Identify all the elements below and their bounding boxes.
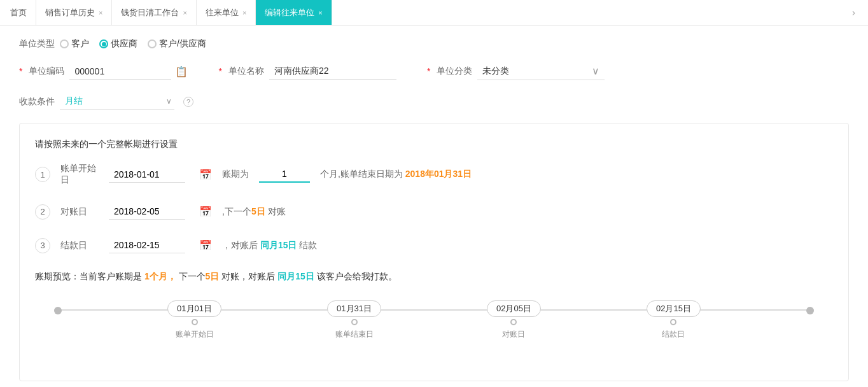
unit-code-icon[interactable]: 📋	[175, 66, 188, 78]
unit-name-input[interactable]	[269, 64, 396, 80]
radio-both-label: 客户/供应商	[159, 38, 206, 50]
period-field-label-3: 结款日	[60, 240, 99, 251]
period-end-date-highlight: 2018年01月31日	[405, 169, 472, 179]
period-card: 请按照未来的一个完整帐期进行设置 1 账单开始日 📅 账期为 个月,账单结束日期…	[19, 123, 849, 381]
tl-label-2: 账单结束日	[335, 329, 374, 340]
tl-node-4: 02月15日 结款日	[647, 300, 701, 340]
tl-badge-4: 02月15日	[647, 300, 701, 317]
payment-select-arrow: ∨	[166, 97, 172, 106]
tab-sales-history-label: 销售订单历史	[45, 7, 95, 18]
period-num-2: 2	[35, 204, 50, 220]
unit-name-label: 单位名称	[228, 66, 264, 77]
tab-sales-history[interactable]: 销售订单历史 ×	[36, 0, 112, 25]
tl-node-1: 01月01日 账单开始日	[167, 300, 221, 340]
unit-code-input[interactable]	[69, 64, 171, 80]
unit-type-radio-group: 客户 供应商 客户/供应商	[60, 38, 206, 50]
period-num-3: 3	[35, 238, 50, 253]
period-month-input[interactable]	[259, 166, 310, 183]
tl-right-dot	[806, 300, 814, 340]
period-settlement-calendar-icon[interactable]: 📅	[199, 239, 212, 251]
tab-contacts-label: 往来单位	[206, 7, 239, 18]
unit-name-wrapper	[269, 64, 396, 80]
radio-supplier-label: 供应商	[111, 38, 137, 50]
unit-classify-value: 未分类	[482, 66, 592, 77]
unit-code-required: *	[19, 66, 22, 76]
tl-label-4: 结款日	[662, 329, 685, 340]
tab-cashier-label: 钱货日清工作台	[121, 7, 179, 18]
tab-edit-contact[interactable]: 编辑往来单位 ×	[256, 0, 332, 25]
payment-label: 收款条件	[19, 96, 55, 108]
radio-customer[interactable]: 客户	[60, 38, 89, 50]
period-field-label-1: 账单开始日	[60, 163, 99, 186]
tab-contacts[interactable]: 往来单位 ×	[197, 0, 256, 25]
radio-supplier[interactable]: 供应商	[99, 38, 137, 50]
period-row-1: 1 账单开始日 📅 账期为 个月,账单结束日期为 2018年01月31日	[35, 163, 833, 186]
period-settlement-desc: ，对账后 同月15日 结款	[222, 240, 317, 251]
preview-highlight1: 1个月，	[144, 271, 176, 281]
tl-node-2: 01月31日 账单结束日	[327, 300, 381, 340]
tl-dot-4	[670, 319, 676, 325]
tl-label-3: 对账日	[502, 329, 525, 340]
unit-type-label: 单位类型	[19, 38, 55, 50]
tab-sales-history-close[interactable]: ×	[99, 9, 102, 17]
reconcile-date-highlight: 5日	[251, 206, 265, 216]
preview-text: 账期预览：当前客户账期是 1个月， 下一个5日 对账，对账后 同月15日 该客户…	[35, 271, 833, 283]
tab-home-label: 首页	[10, 7, 27, 18]
timeline-nodes: 01月01日 账单开始日 01月31日 账单结束日 02月05日	[54, 300, 814, 340]
preview-highlight2: 5日	[206, 271, 220, 281]
tl-badge-1: 01月01日	[167, 300, 221, 317]
period-start-calendar-icon[interactable]: 📅	[199, 169, 212, 181]
period-desc-suffix: 个月,账单结束日期为 2018年01月31日	[320, 169, 472, 180]
tl-dot-1	[192, 319, 198, 325]
tab-bar: 首页 销售订单历史 × 钱货日清工作台 × 往来单位 × 编辑往来单位 × ›	[0, 0, 868, 25]
settlement-date-highlight: 同月15日	[260, 240, 297, 250]
tl-left-endpoint	[54, 307, 62, 314]
tl-label-1: 账单开始日	[176, 329, 214, 340]
tab-home[interactable]: 首页	[5, 0, 36, 25]
payment-help-icon[interactable]: ?	[183, 97, 193, 107]
preview-highlight3: 同月15日	[277, 271, 314, 281]
tab-edit-contact-label: 编辑往来单位	[265, 7, 314, 18]
radio-customer-label: 客户	[71, 38, 89, 50]
tab-cashier-close[interactable]: ×	[183, 9, 186, 17]
unit-type-row: 单位类型 客户 供应商 客户/供应商	[19, 38, 849, 50]
unit-classify-label: 单位分类	[437, 66, 472, 77]
period-reconcile-calendar-icon[interactable]: 📅	[199, 206, 212, 218]
unit-code-wrapper: 📋	[69, 64, 188, 80]
period-reconcile-desc: ,下一个5日 对账	[222, 206, 286, 218]
radio-supplier-circle	[99, 39, 108, 48]
unit-info-row: * 单位编码 📋 * 单位名称 * 单位分类 未分类 ∨	[19, 62, 849, 80]
tl-left-dot	[54, 300, 62, 340]
tab-contacts-close[interactable]: ×	[242, 9, 246, 17]
timeline-wrapper: 01月01日 账单开始日 01月31日 账单结束日 02月05日	[35, 295, 833, 365]
payment-select[interactable]: 月结 ∨	[60, 93, 174, 110]
preview-section: 账期预览：当前客户账期是 1个月， 下一个5日 对账，对账后 同月15日 该客户…	[35, 271, 833, 365]
period-card-title: 请按照未来的一个完整帐期进行设置	[35, 139, 833, 150]
period-field-label-2: 对账日	[60, 206, 99, 218]
period-desc-1: 账期为	[222, 169, 249, 180]
period-reconcile-date-input[interactable]	[109, 204, 185, 220]
payment-row: 收款条件 月结 ∨ ?	[19, 93, 849, 110]
tab-more-button[interactable]: ›	[844, 7, 863, 18]
unit-classify-select[interactable]: 未分类 ∨	[477, 62, 605, 80]
tl-right-endpoint	[806, 307, 814, 314]
tab-edit-contact-close[interactable]: ×	[318, 9, 322, 17]
main-content: 单位类型 客户 供应商 客户/供应商 * 单位编码 📋 * 单位名称	[0, 25, 868, 387]
period-num-1: 1	[35, 167, 50, 182]
tl-dot-2	[351, 319, 358, 325]
classify-arrow-icon: ∨	[592, 65, 599, 77]
tl-node-3: 02月05日 对账日	[487, 300, 541, 340]
period-settlement-date-input[interactable]	[109, 237, 185, 253]
unit-code-label: 单位编码	[29, 66, 64, 77]
radio-both[interactable]: 客户/供应商	[148, 38, 206, 50]
period-row-3: 3 结款日 📅 ，对账后 同月15日 结款	[35, 237, 833, 253]
tab-cashier[interactable]: 钱货日清工作台 ×	[112, 0, 196, 25]
radio-customer-circle	[60, 39, 69, 48]
tl-dot-3	[510, 319, 517, 325]
period-start-date-input[interactable]	[109, 167, 185, 183]
unit-name-required: *	[218, 66, 221, 76]
tl-badge-2: 01月31日	[327, 300, 381, 317]
period-row-2: 2 对账日 📅 ,下一个5日 对账	[35, 204, 833, 220]
unit-classify-required: *	[427, 66, 430, 76]
radio-both-circle	[148, 39, 157, 48]
